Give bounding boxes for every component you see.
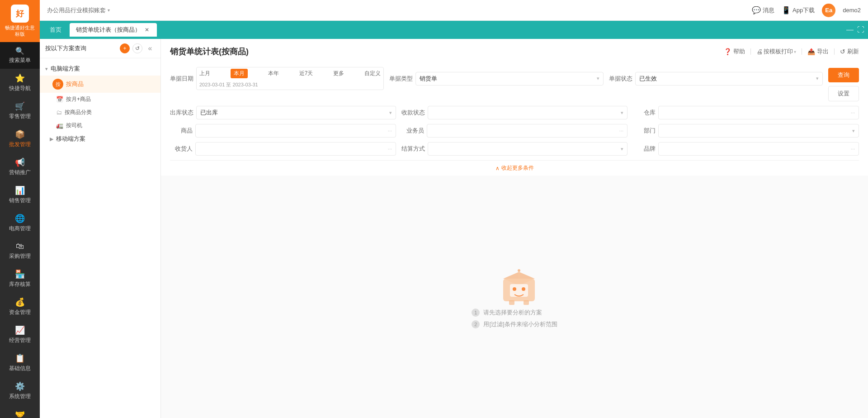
sidebar-item-marketing[interactable]: 📢 营销推广 — [0, 153, 40, 181]
date-active-tab[interactable]: 本月 — [231, 69, 248, 78]
svg-point-3 — [522, 287, 525, 291]
salesperson-dots-icon: ··· — [619, 128, 623, 133]
filter-row-1-grid: 单据日期 上月 本月 本年 近7天 更多 自定义 2023-03-01 至 20… — [170, 67, 823, 90]
filter-row-2: 出库状态 已出库 ▾ 收款状态 ▾ 仓库 — [170, 106, 859, 119]
driver-label: 按司机 — [66, 122, 82, 129]
date-prev-label[interactable]: 上月 — [199, 70, 210, 77]
action-buttons: 查询 设置 — [823, 67, 859, 101]
sidebar-item-sales-mgmt[interactable]: 📊 销售管理 — [0, 181, 40, 209]
out-status-label: 出库状态 — [170, 109, 193, 117]
salesperson-label: 业务员 — [401, 127, 424, 135]
help-btn[interactable]: ❓ 帮助 — [724, 48, 745, 56]
export-btn[interactable]: 📤 导出 — [807, 48, 829, 56]
page-title: 销货单统计表(按商品) — [170, 46, 249, 57]
user-avatar[interactable]: Ea — [822, 4, 835, 17]
tree-item-by-driver[interactable]: 🚛 按司机 — [40, 119, 160, 132]
settings-button[interactable]: 设置 — [828, 86, 859, 101]
user-name: demo2 — [843, 7, 861, 14]
sidebar-item-purchase[interactable]: 🛍 采购管理 — [0, 237, 40, 265]
query-button[interactable]: 查询 — [828, 68, 859, 82]
export-icon: 📤 — [807, 48, 815, 55]
date-more-label[interactable]: 更多 — [333, 70, 344, 77]
marketing-icon: 📢 — [15, 157, 25, 167]
industry-dropdown-icon: ▾ — [108, 8, 110, 13]
date-year-label[interactable]: 本年 — [268, 70, 279, 77]
out-status-field: 出库状态 已出库 ▾ — [170, 106, 396, 119]
print-btn[interactable]: 🖨 按模板打印 ▾ — [756, 48, 796, 56]
data-area: 1 请先选择要分析的方案 2 用[过滤]条件来缩小分析范围 — [161, 176, 868, 418]
sidebar-item-basic-info[interactable]: 📋 基础信息 — [0, 349, 40, 377]
message-btn[interactable]: 💬 消息 — [752, 6, 774, 14]
dept-label: 部门 — [633, 127, 656, 135]
salesperson-input[interactable]: ··· — [427, 124, 627, 138]
doc-type-input[interactable]: 销货单 ▾ — [415, 72, 603, 86]
tab-home[interactable]: 首页 — [43, 23, 68, 37]
sidebar-item-enterprise[interactable]: 🤝 企业协同 — [0, 405, 40, 418]
doc-status-value: 已生效 — [639, 75, 657, 83]
dept-dropdown-icon: ▾ — [852, 128, 855, 134]
header-actions: 💬 消息 📱 App下载 Ea demo2 — [752, 4, 861, 17]
app-download-label: App下载 — [793, 6, 815, 14]
industry-selector[interactable]: 办公用品行业模拟账套 ▾ — [47, 6, 110, 14]
recipient-field: 收货人 ··· — [170, 142, 396, 156]
collapse-more-btn[interactable]: ∧ 收起更多条件 — [170, 160, 859, 176]
collapse-panel-btn[interactable]: « — [145, 43, 155, 53]
out-status-value: 已出库 — [200, 109, 218, 117]
warehouse-input[interactable]: ··· — [658, 106, 859, 119]
filter-section: 单据日期 上月 本月 本年 近7天 更多 自定义 2023-03-01 至 20… — [161, 62, 868, 176]
settlement-input[interactable]: ▾ — [428, 142, 627, 156]
sidebar-item-system[interactable]: ⚙️ 系统管理 — [0, 377, 40, 405]
right-panel: 销货单统计表(按商品) ❓ 帮助 🖨 按模板打印 ▾ 📤 — [161, 39, 868, 418]
tab-close-icon[interactable]: ✕ — [143, 26, 151, 33]
sidebar-label-sales-mgmt: 销售管理 — [9, 197, 31, 204]
system-icon: ⚙️ — [15, 381, 25, 391]
date-input[interactable]: 上月 本月 本年 近7天 更多 自定义 2023-03-01 至 2023-03… — [196, 67, 384, 90]
message-label: 消息 — [763, 6, 774, 14]
doc-status-input[interactable]: 已生效 ▾ — [635, 72, 823, 86]
refresh-scheme-btn[interactable]: ↺ — [132, 43, 142, 53]
sidebar-item-inventory[interactable]: 🏪 库存核算 — [0, 265, 40, 293]
logo-symbol: 好 — [16, 8, 24, 19]
filter-row-3: 商品 ··· 业务员 ··· 部门 — [170, 124, 859, 138]
product-label: 商品 — [170, 127, 193, 135]
print-dropdown-icon: ▾ — [794, 49, 796, 54]
refresh-btn[interactable]: ↺ 刷新 — [840, 48, 859, 56]
recipient-dots-icon: ··· — [388, 146, 392, 152]
sidebar-item-wholesale[interactable]: 📦 批发管理 — [0, 125, 40, 153]
tab-expand-icon[interactable]: ⛶ — [857, 26, 864, 34]
recipient-label: 收货人 — [170, 145, 193, 153]
add-icon: + — [123, 45, 126, 52]
sidebar-item-search[interactable]: 🔍 搜索菜单 — [0, 42, 40, 69]
sidebar-item-finance[interactable]: 💰 资金管理 — [0, 293, 40, 321]
tree-item-by-product[interactable]: 按 按商品 — [40, 76, 160, 93]
tree-group-pc[interactable]: ▾ 电脑端方案 — [40, 62, 160, 76]
out-status-input[interactable]: 已出库 ▾ — [196, 106, 396, 119]
brand-input[interactable]: ··· — [658, 142, 859, 156]
dept-input[interactable]: ▾ — [658, 124, 859, 138]
sidebar-item-operations[interactable]: 📈 经营管理 — [0, 321, 40, 349]
payment-status-input[interactable]: ▾ — [428, 106, 627, 119]
product-input[interactable]: ··· — [195, 124, 396, 138]
add-scheme-btn[interactable]: + — [120, 43, 130, 53]
sidebar-item-quick-nav[interactable]: ⭐ 快捷导航 — [0, 69, 40, 97]
tip-num-2: 2 — [472, 320, 480, 328]
tab-minimize-icon[interactable]: — — [846, 26, 854, 34]
recipient-input[interactable]: ··· — [195, 142, 396, 156]
app-download-btn[interactable]: 📱 App下载 — [782, 6, 815, 14]
tab-sales-report[interactable]: 销货单统计表（按商品） ✕ — [70, 23, 157, 37]
logo[interactable]: 好 畅捷通好生意 标版 — [0, 0, 40, 42]
by-product-label: 按商品 — [66, 80, 84, 88]
tip-text-1: 请先选择要分析的方案 — [483, 309, 542, 317]
logo-text: 畅捷通好生意 — [5, 24, 35, 31]
sidebar-item-ecommerce[interactable]: 🌐 电商管理 — [0, 209, 40, 237]
tree-item-by-category[interactable]: 🗂 按商品分类 — [40, 106, 160, 119]
sidebar-item-retail[interactable]: 🛒 零售管理 — [0, 97, 40, 125]
date-7days-label[interactable]: 近7天 — [299, 70, 313, 77]
tree-item-by-month-product[interactable]: 📅 按月+商品 — [40, 93, 160, 106]
sidebar-label-ecommerce: 电商管理 — [9, 225, 31, 233]
settlement-label: 结算方式 — [401, 145, 425, 153]
sidebar-label-inventory: 库存核算 — [9, 280, 31, 288]
tree-group-mobile[interactable]: ▶ 移动端方案 — [40, 132, 160, 146]
empty-illustration — [492, 265, 537, 301]
date-custom-label[interactable]: 自定义 — [364, 70, 381, 77]
